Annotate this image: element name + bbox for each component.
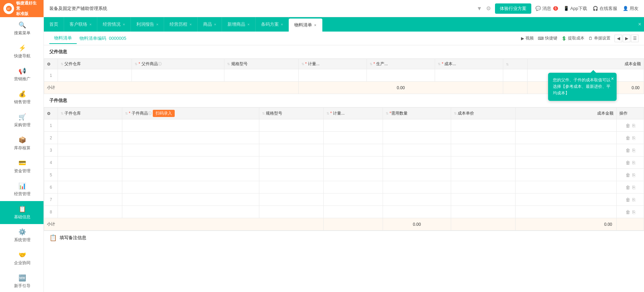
- child-row-warehouse[interactable]: [58, 144, 122, 156]
- parent-row-1-goods[interactable]: [132, 69, 224, 82]
- tab-goods[interactable]: 商品 ×: [198, 17, 222, 32]
- child-row-unit[interactable]: [323, 206, 383, 218]
- child-row-spec[interactable]: [259, 156, 323, 169]
- tab-operation-status[interactable]: 经营情况 ×: [97, 17, 131, 32]
- child-row-goods[interactable]: [122, 156, 259, 169]
- child-row-warehouse[interactable]: [58, 156, 122, 169]
- tab-customer-close[interactable]: ×: [89, 22, 91, 26]
- trial-button[interactable]: 体验行业方案: [495, 3, 531, 14]
- tab-profit-report[interactable]: 利润报告 ×: [131, 17, 164, 32]
- child-row-unit-cost[interactable]: [451, 206, 516, 218]
- delete-icon[interactable]: 🗑: [626, 197, 630, 202]
- child-row-unit-cost[interactable]: [451, 119, 516, 132]
- child-row-warehouse[interactable]: [58, 132, 122, 144]
- sidebar-item-guide[interactable]: 🆕 新手引导: [0, 270, 44, 292]
- child-row-unit[interactable]: [323, 144, 383, 156]
- child-row-quantity[interactable]: [383, 181, 451, 194]
- tab-new-goods-close[interactable]: ×: [247, 22, 249, 26]
- child-row-quantity[interactable]: [383, 144, 451, 156]
- sidebar-item-purchase[interactable]: 🛒 采购管理: [0, 109, 44, 132]
- delete-icon[interactable]: 🗑: [626, 123, 630, 128]
- child-th-setting[interactable]: ⚙: [44, 108, 58, 119]
- child-row-quantity[interactable]: [383, 132, 451, 144]
- child-row-goods[interactable]: [122, 144, 259, 156]
- tab-customer[interactable]: 客户联络 ×: [64, 17, 97, 32]
- delete-icon[interactable]: 🗑: [626, 209, 630, 215]
- tab-new-goods[interactable]: 新增商品 ×: [222, 17, 255, 32]
- tab-operation-history-close[interactable]: ×: [189, 22, 191, 26]
- copy-icon[interactable]: ⎘: [632, 197, 635, 202]
- child-row-goods[interactable]: [122, 206, 259, 218]
- child-row-goods[interactable]: [122, 132, 259, 144]
- child-row-unit-cost[interactable]: [451, 156, 516, 169]
- delete-icon[interactable]: 🗑: [626, 172, 630, 178]
- cost-action[interactable]: 💲 提取成本: [561, 35, 584, 41]
- child-row-spec[interactable]: [259, 206, 323, 218]
- child-row-quantity[interactable]: [383, 119, 451, 132]
- delete-icon[interactable]: 🗑: [626, 148, 630, 153]
- parent-row-1-unit[interactable]: [298, 69, 367, 82]
- copy-icon[interactable]: ⎘: [632, 172, 635, 178]
- online-service-action[interactable]: 🎧 在线客服: [593, 5, 617, 12]
- sub-tab-list[interactable]: 物料清单: [49, 33, 77, 44]
- child-row-spec[interactable]: [259, 169, 323, 181]
- receipt-settings-action[interactable]: 🗒 单据设置: [589, 35, 610, 41]
- child-row-unit-cost[interactable]: [451, 194, 516, 206]
- app-download-action[interactable]: 📱 App下载: [564, 5, 587, 12]
- parent-row-1-spec[interactable]: [224, 69, 298, 82]
- sidebar-item-basic[interactable]: 📋 基础信息: [0, 201, 44, 224]
- settings-icon[interactable]: ⚙: [486, 5, 491, 12]
- child-row-goods[interactable]: [122, 194, 259, 206]
- child-row-unit[interactable]: [323, 156, 383, 169]
- child-row-spec[interactable]: [259, 181, 323, 194]
- child-row-warehouse[interactable]: [58, 206, 122, 218]
- tab-home[interactable]: 首页: [44, 17, 64, 32]
- child-row-spec[interactable]: [259, 132, 323, 144]
- shortcut-action[interactable]: ⌨ 快捷键: [538, 35, 557, 41]
- copy-icon[interactable]: ⎘: [632, 148, 635, 153]
- child-row-spec[interactable]: [259, 194, 323, 206]
- user-action[interactable]: 👤 用友: [623, 5, 639, 12]
- menu-btn[interactable]: ☰: [631, 35, 639, 42]
- child-row-goods[interactable]: [122, 169, 259, 181]
- video-action[interactable]: ▶ 视频: [521, 35, 534, 41]
- dropdown-icon[interactable]: ▼: [476, 5, 482, 12]
- sidebar-item-inventory[interactable]: 📦 库存核算: [0, 132, 44, 155]
- sidebar-item-quicknav[interactable]: ⚡ 快捷导航: [0, 40, 44, 63]
- tab-operation-history[interactable]: 经营历程 ×: [164, 17, 197, 32]
- sidebar-item-operation[interactable]: 📊 经营管理: [0, 178, 44, 201]
- tooltip-close-btn[interactable]: ×: [611, 75, 614, 82]
- child-row-quantity[interactable]: [383, 206, 451, 218]
- tab-profit-report-close[interactable]: ×: [156, 22, 158, 26]
- copy-icon[interactable]: ⎘: [632, 123, 635, 128]
- delete-icon[interactable]: 🗑: [626, 135, 630, 141]
- child-row-warehouse[interactable]: [58, 194, 122, 206]
- child-row-unit[interactable]: [323, 181, 383, 194]
- child-row-quantity[interactable]: [383, 194, 451, 206]
- child-row-unit[interactable]: [323, 119, 383, 132]
- delete-icon[interactable]: 🗑: [626, 185, 630, 190]
- child-row-goods[interactable]: [122, 181, 259, 194]
- message-action[interactable]: 💬 消息 6: [535, 5, 558, 12]
- child-row-spec[interactable]: [259, 144, 323, 156]
- child-row-quantity[interactable]: [383, 169, 451, 181]
- child-row-unit[interactable]: [323, 194, 383, 206]
- child-row-unit[interactable]: [323, 132, 383, 144]
- parent-th-setting[interactable]: ⚙: [44, 59, 58, 69]
- child-row-unit-cost[interactable]: [451, 144, 516, 156]
- next-arrow[interactable]: ▶: [623, 35, 630, 42]
- sidebar-item-finance[interactable]: 💳 资金管理: [0, 155, 44, 178]
- child-row-quantity[interactable]: [383, 156, 451, 169]
- child-row-warehouse[interactable]: [58, 181, 122, 194]
- sidebar-item-system[interactable]: ⚙️ 系统管理: [0, 224, 44, 247]
- sidebar-item-marketing[interactable]: 📢 营销推广: [0, 63, 44, 86]
- tab-barcode-close[interactable]: ×: [281, 22, 283, 26]
- copy-icon[interactable]: ⎘: [632, 185, 635, 190]
- child-row-unit-cost[interactable]: [451, 132, 516, 144]
- tab-goods-close[interactable]: ×: [214, 22, 216, 26]
- child-row-goods[interactable]: [122, 119, 259, 132]
- tab-barcode[interactable]: 条码方案 ×: [256, 17, 289, 32]
- tab-operation-status-close[interactable]: ×: [123, 22, 125, 26]
- child-row-warehouse[interactable]: [58, 169, 122, 181]
- tab-bom[interactable]: 物料清单 ×: [289, 19, 322, 32]
